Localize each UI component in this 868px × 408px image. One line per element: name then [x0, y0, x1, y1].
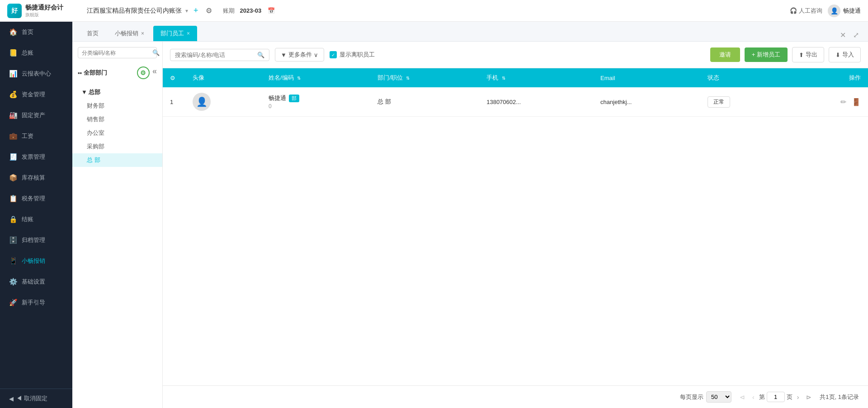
dept-search-input[interactable]	[82, 50, 150, 56]
tab-dept-employee[interactable]: 部门员工 ×	[153, 26, 197, 41]
user-info[interactable]: 👤 畅捷通	[828, 5, 861, 17]
sidebar-label-guide: 新手引导	[22, 299, 45, 307]
close-tab-btn[interactable]: ✕	[838, 29, 848, 41]
sidebar: 🏠 首页 📒 总账 📊 云报表中心 💰 资金管理 🏭 固定资产 💼 工资 🧾 发…	[0, 22, 72, 408]
th-name[interactable]: 姓名/编码 ⇅	[261, 68, 370, 87]
edit-btn[interactable]: ✏	[840, 98, 846, 106]
service-label: 人工咨询	[799, 7, 822, 15]
sidebar-item-ledger[interactable]: 📒 总账	[0, 43, 72, 63]
page-number-input[interactable]	[767, 392, 785, 402]
sidebar-item-inventory[interactable]: 📦 库存核算	[0, 167, 72, 188]
sidebar-item-funds[interactable]: 💰 资金管理	[0, 84, 72, 105]
sidebar-label-xiaochang: 小畅报销	[22, 257, 45, 265]
user-name: 畅捷通	[843, 7, 861, 15]
tab-bar: 首页 小畅报销 × 部门员工 × ✕ ⤢	[72, 22, 868, 42]
sort-name-icon: ⇅	[297, 76, 301, 81]
grid-icon: ▪▪	[78, 70, 82, 76]
sort-phone-icon: ⇅	[502, 76, 505, 81]
th-action: 操作	[787, 68, 868, 87]
sidebar-label-inventory: 库存核算	[22, 174, 45, 182]
tab-xiaochang[interactable]: 小畅报销 ×	[108, 26, 151, 41]
sidebar-item-close[interactable]: 🔒 结账	[0, 209, 72, 230]
th-gear[interactable]: ⚙	[163, 68, 185, 87]
show-resigned-checkbox[interactable]: ✓ 显示离职员工	[330, 51, 375, 59]
left-dept-panel: 🔍 ▪▪ 全部部门 ⚙ « ▼ 总部	[72, 42, 163, 408]
dept-settings-btn[interactable]: ⚙	[137, 66, 150, 79]
period-value: 2023-03	[240, 7, 262, 14]
sidebar-item-invoice[interactable]: 🧾 发票管理	[0, 147, 72, 167]
calendar-icon[interactable]: 📅	[268, 7, 275, 14]
dept-search-box[interactable]: 🔍	[78, 47, 157, 58]
sidebar-item-reports[interactable]: 📊 云报表中心	[0, 63, 72, 84]
invite-btn[interactable]: 邀请	[710, 47, 740, 62]
company-area: 江西服宝精品有限责任公司内账张 ▾ + ⚙ 账期 2023-03 📅	[87, 6, 790, 15]
sidebar-label-home: 首页	[22, 28, 33, 36]
service-btn[interactable]: 🎧 人工咨询	[790, 7, 822, 15]
logout-btn[interactable]: 🚪	[852, 98, 861, 106]
header-right: 🎧 人工咨询 👤 畅捷通	[790, 5, 861, 17]
pin-sidebar-btn[interactable]: ◀ ◀ 取消固定	[0, 389, 72, 408]
last-page-btn[interactable]: ⊳	[803, 392, 814, 402]
funds-icon: 💰	[9, 90, 17, 99]
th-phone[interactable]: 手机 ⇅	[479, 68, 593, 87]
sidebar-item-payroll[interactable]: 💼 工资	[0, 126, 72, 147]
export-btn[interactable]: ⬆ 导出	[792, 47, 824, 62]
next-page-btn[interactable]: ›	[794, 392, 802, 402]
th-dept[interactable]: 部门/职位 ⇅	[370, 68, 479, 87]
dept-caigou[interactable]: 采购部	[72, 140, 162, 153]
sort-dept-icon: ⇅	[406, 76, 410, 81]
row-no: 1	[163, 87, 185, 117]
checkbox-check: ✓	[330, 51, 337, 58]
employee-search-input[interactable]	[175, 52, 255, 58]
page-size-selector[interactable]: 每页显示 50 20 100	[680, 391, 731, 403]
filter-chevron: ∨	[314, 52, 318, 58]
row-email: chanjethkj...	[593, 87, 700, 117]
tab-controls: ✕ ⤢	[838, 29, 861, 41]
top-header: 好 畅捷通好会计 旗舰版 江西服宝精品有限责任公司内账张 ▾ + ⚙ 账期 20…	[0, 0, 868, 22]
sidebar-item-archive[interactable]: 🗄️ 归档管理	[0, 230, 72, 251]
pin-label: ◀ 取消固定	[16, 394, 47, 403]
close-dept-tab[interactable]: ×	[187, 30, 190, 37]
tab-home[interactable]: 首页	[80, 26, 106, 41]
dept-zongbu-child[interactable]: 总 部	[72, 153, 162, 167]
company-dropdown-icon[interactable]: ▾	[185, 8, 188, 14]
all-dept-label: ▪▪ 全部部门	[78, 69, 107, 77]
table-head: ⚙ 头像 姓名/编码 ⇅ 部门/职位 ⇅	[163, 68, 868, 87]
add-employee-btn[interactable]: + 新增员工	[745, 47, 788, 62]
pin-icon: ◀	[9, 395, 14, 402]
row-phone: 138070602...	[479, 87, 593, 117]
sidebar-item-guide[interactable]: 🚀 新手引导	[0, 292, 72, 313]
expand-tab-btn[interactable]: ⤢	[851, 29, 861, 41]
close-icon: 🔒	[9, 215, 17, 223]
sidebar-label-invoice: 发票管理	[22, 153, 45, 161]
per-page-select[interactable]: 50 20 100	[706, 391, 731, 403]
dept-search-icon: 🔍	[152, 49, 160, 56]
table-row: 1 👤 畅捷通 部	[163, 87, 868, 117]
avatar: 👤	[828, 5, 840, 17]
all-dept-header: ▪▪ 全部部门 ⚙ «	[72, 64, 162, 82]
sidebar-item-home[interactable]: 🏠 首页	[0, 22, 72, 43]
first-page-btn[interactable]: ⊲	[737, 392, 748, 402]
collapse-all-btn[interactable]: «	[152, 66, 157, 79]
sidebar-item-xiaochang[interactable]: 📱 小畅报销	[0, 251, 72, 271]
dept-bangong[interactable]: 办公室	[72, 126, 162, 140]
settings-icon[interactable]: ⚙	[206, 6, 212, 15]
dept-zongbu[interactable]: ▼ 总部	[72, 85, 162, 99]
add-company-btn[interactable]: +	[193, 6, 198, 15]
xiaochang-icon: 📱	[9, 257, 17, 265]
filter-btn[interactable]: ▼ 更多条件 ∨	[275, 48, 324, 62]
dept-caiwu[interactable]: 财务部	[72, 99, 162, 113]
close-xiaochang-tab[interactable]: ×	[141, 30, 144, 37]
sidebar-item-settings[interactable]: ⚙️ 基础设置	[0, 271, 72, 292]
employee-search-box[interactable]: 🔍	[170, 49, 269, 61]
dept-xiaoshou[interactable]: 销售部	[72, 113, 162, 126]
tab-home-label: 首页	[87, 29, 99, 38]
dept-group-zongbu: ▼ 总部 财务部 销售部 办公室 采购部 总 部	[72, 84, 162, 169]
employee-toolbar: 🔍 ▼ 更多条件 ∨ ✓ 显示离职员工 邀请 + 新增员工	[163, 42, 868, 68]
prev-page-btn[interactable]: ‹	[750, 392, 757, 402]
sidebar-item-tax[interactable]: 📋 税务管理	[0, 188, 72, 209]
page-content: 🔍 ▪▪ 全部部门 ⚙ « ▼ 总部	[72, 42, 868, 408]
filter-icon: ▼	[281, 52, 287, 58]
import-btn[interactable]: ⬇ 导入	[829, 47, 861, 62]
sidebar-item-fixed-assets[interactable]: 🏭 固定资产	[0, 105, 72, 126]
